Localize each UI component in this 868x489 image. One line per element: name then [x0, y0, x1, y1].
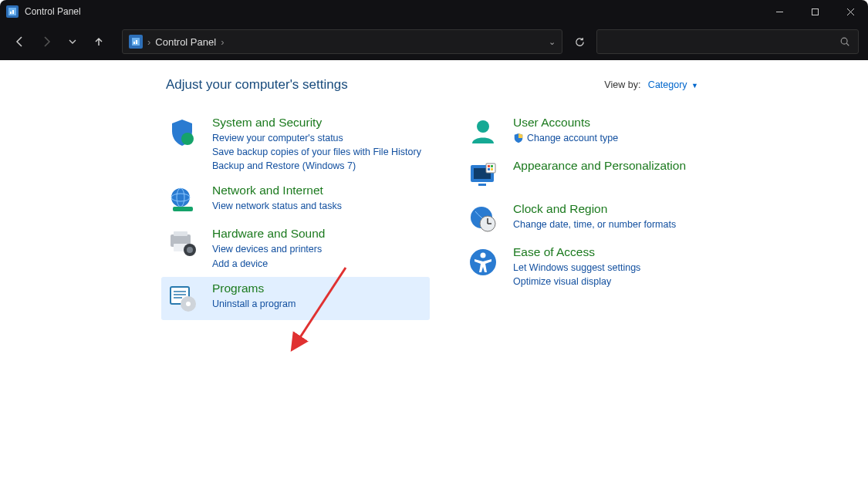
refresh-button[interactable]: [567, 29, 592, 54]
svg-point-28: [477, 120, 489, 133]
category-link[interactable]: Review your computer's status: [212, 131, 430, 145]
clock-globe-icon: [467, 202, 499, 234]
svg-rect-18: [174, 231, 187, 236]
monitor-theme-icon: [467, 159, 499, 191]
address-history-chevron-icon[interactable]: ⌄: [549, 37, 556, 47]
category-title[interactable]: User Accounts: [513, 116, 731, 130]
category-link[interactable]: Optimize visual display: [513, 275, 731, 288]
control-panel-location-icon: [129, 35, 143, 49]
svg-rect-8: [133, 42, 135, 44]
category-title[interactable]: Ease of Access: [513, 245, 731, 259]
category-title[interactable]: Network and Internet: [212, 184, 430, 197]
printer-camera-icon: [166, 227, 198, 270]
svg-rect-33: [488, 165, 490, 167]
category-clock-and-region[interactable]: Clock and Region Change date, time, or n…: [467, 197, 737, 241]
shield-icon: [166, 116, 198, 173]
up-button[interactable]: [88, 31, 110, 52]
svg-rect-36: [491, 168, 493, 170]
globe-network-icon: [166, 184, 198, 216]
uac-shield-icon: [513, 133, 524, 143]
svg-rect-4: [812, 8, 818, 15]
forward-button[interactable]: [35, 31, 57, 52]
category-user-accounts[interactable]: User Accounts Change account type: [467, 111, 737, 154]
category-appearance-and-personalization[interactable]: Appearance and Personalization: [467, 154, 737, 197]
categories-column-right: User Accounts Change account type: [467, 111, 737, 320]
category-ease-of-access[interactable]: Ease of Access Let Windows suggest setti…: [467, 241, 737, 295]
svg-rect-2: [12, 10, 14, 14]
category-link[interactable]: Uninstall a program: [212, 297, 424, 311]
nav-bar: › Control Panel › ⌄: [0, 23, 868, 60]
page-heading: Adjust your computer's settings: [166, 77, 348, 93]
category-link[interactable]: Let Windows suggest settings: [513, 261, 731, 275]
view-by-label: View by:: [604, 79, 640, 90]
accessibility-icon: [467, 245, 499, 288]
window-title: Control Panel: [25, 6, 81, 17]
breadcrumb-separator: ›: [221, 36, 224, 48]
svg-point-12: [181, 133, 194, 145]
back-button[interactable]: [9, 31, 31, 52]
minimize-button[interactable]: [762, 0, 797, 23]
svg-point-13: [171, 188, 190, 207]
category-system-and-security[interactable]: System and Security Review your computer…: [166, 111, 436, 179]
svg-point-27: [186, 302, 191, 306]
category-programs[interactable]: Programs Uninstall a program: [161, 277, 430, 320]
recent-locations-button[interactable]: [62, 31, 83, 52]
close-button[interactable]: [833, 0, 868, 23]
programs-disc-icon: [166, 282, 198, 314]
content-area: Adjust your computer's settings View by:…: [0, 60, 868, 320]
category-title[interactable]: Clock and Region: [513, 202, 731, 216]
svg-rect-16: [173, 207, 193, 211]
category-link[interactable]: Add a device: [212, 257, 430, 271]
svg-point-42: [481, 253, 486, 258]
svg-line-11: [846, 43, 849, 46]
category-title[interactable]: Programs: [212, 282, 424, 295]
svg-rect-9: [136, 40, 137, 44]
svg-rect-31: [478, 184, 486, 186]
svg-point-21: [187, 247, 193, 253]
category-title[interactable]: System and Security: [212, 116, 430, 130]
svg-point-10: [841, 38, 847, 44]
svg-rect-1: [10, 12, 12, 14]
search-box[interactable]: [596, 29, 859, 54]
category-link[interactable]: Save backup copies of your files with Fi…: [212, 145, 430, 159]
category-network-and-internet[interactable]: Network and Internet View network status…: [166, 179, 436, 222]
category-hardware-and-sound[interactable]: Hardware and Sound View devices and prin…: [166, 222, 436, 276]
view-by-value: Category: [648, 79, 687, 90]
title-bar: Control Panel: [0, 0, 868, 23]
view-by-selector[interactable]: View by: Category ▼: [604, 79, 698, 90]
breadcrumb-separator: ›: [147, 36, 150, 48]
categories-column-left: System and Security Review your computer…: [166, 111, 436, 320]
search-icon: [839, 36, 850, 47]
control-panel-app-icon: [6, 5, 19, 18]
address-bar[interactable]: › Control Panel › ⌄: [122, 29, 562, 54]
category-link[interactable]: View devices and printers: [212, 242, 430, 256]
category-title[interactable]: Appearance and Personalization: [513, 159, 731, 173]
user-icon: [467, 116, 499, 148]
breadcrumb-location[interactable]: Control Panel: [155, 36, 216, 48]
category-link[interactable]: View network status and tasks: [212, 199, 430, 213]
maximize-button[interactable]: [797, 0, 833, 23]
svg-rect-34: [491, 165, 493, 167]
svg-rect-35: [488, 168, 490, 170]
chevron-down-icon: ▼: [691, 82, 698, 89]
category-link[interactable]: Change account type: [513, 131, 731, 145]
category-title[interactable]: Hardware and Sound: [212, 227, 430, 241]
category-link[interactable]: Backup and Restore (Windows 7): [212, 159, 430, 173]
category-link[interactable]: Change date, time, or number formats: [513, 218, 731, 231]
